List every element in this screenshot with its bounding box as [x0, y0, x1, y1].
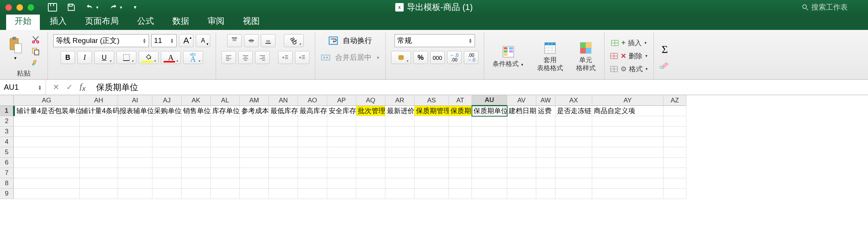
cell-AV4[interactable] — [507, 137, 536, 147]
cell-AH8[interactable] — [80, 178, 118, 189]
bold-button[interactable]: B — [61, 51, 75, 64]
cell-AN4[interactable] — [269, 137, 298, 147]
cell-AX2[interactable] — [555, 116, 592, 127]
cell-AM1[interactable]: 参考成本 — [240, 106, 269, 116]
tab-页面布局[interactable]: 页面布局 — [77, 12, 127, 30]
cell-AR8[interactable] — [385, 178, 414, 189]
cell-AM7[interactable] — [240, 168, 269, 178]
cell-AP8[interactable] — [327, 178, 356, 189]
cell-AG4[interactable] — [14, 137, 80, 147]
column-header-AK[interactable]: AK — [182, 95, 211, 106]
row-header-9[interactable]: 9 — [0, 189, 14, 199]
cell-AT6[interactable] — [449, 158, 472, 168]
cell-AU1[interactable]: 保质期单位 — [472, 106, 507, 116]
cell-AV3[interactable] — [507, 127, 536, 137]
cell-AG5[interactable] — [14, 147, 80, 158]
cell-AN6[interactable] — [269, 158, 298, 168]
cell-AX1[interactable]: 是否走冻链 — [555, 106, 592, 116]
cell-AT1[interactable]: 保质期 — [449, 106, 472, 116]
cell-AK1[interactable]: 销售单位 — [182, 106, 211, 116]
cell-AV8[interactable] — [507, 178, 536, 189]
cell-AP1[interactable]: 安全库存 — [327, 106, 356, 116]
cell-AU8[interactable] — [472, 178, 507, 189]
column-header-AX[interactable]: AX — [555, 95, 592, 106]
column-header-AT[interactable]: AT — [449, 95, 472, 106]
redo-button[interactable]: ▼ — [109, 3, 123, 12]
cell-AL6[interactable] — [211, 158, 240, 168]
font-name-combo[interactable]: 等线 Regular (正文)▲▼ — [53, 34, 149, 47]
cell-AZ3[interactable] — [663, 127, 686, 137]
cell-AK9[interactable] — [182, 189, 211, 199]
cell-AU6[interactable] — [472, 158, 507, 168]
cell-AQ3[interactable] — [356, 127, 385, 137]
decrease-decimal-button[interactable]: .00→.0 — [464, 51, 478, 64]
cell-AS9[interactable] — [414, 189, 449, 199]
cell-AR6[interactable] — [385, 158, 414, 168]
column-header-AJ[interactable]: AJ — [152, 95, 182, 106]
cell-AP2[interactable] — [327, 116, 356, 127]
cell-AH3[interactable] — [80, 127, 118, 137]
cell-AP7[interactable] — [327, 168, 356, 178]
cell-AS5[interactable] — [414, 147, 449, 158]
cell-AH7[interactable] — [80, 168, 118, 178]
cell-AW8[interactable] — [536, 178, 555, 189]
cell-AW2[interactable] — [536, 116, 555, 127]
cell-AH2[interactable] — [80, 116, 118, 127]
format-as-table-button[interactable]: 套用 表格格式 — [534, 40, 566, 74]
cell-AZ8[interactable] — [663, 178, 686, 189]
fx-icon[interactable]: fx — [80, 81, 85, 93]
column-header-AH[interactable]: AH — [80, 95, 118, 106]
cell-AG9[interactable] — [14, 189, 80, 199]
percent-button[interactable]: % — [413, 51, 428, 64]
cell-AK8[interactable] — [182, 178, 211, 189]
column-header-AM[interactable]: AM — [240, 95, 269, 106]
font-color-button[interactable]: A▼ — [161, 51, 181, 64]
cell-AN1[interactable]: 最低库存 — [269, 106, 298, 116]
cell-AJ1[interactable]: 采购单位 — [152, 106, 182, 116]
align-center-button[interactable] — [238, 51, 253, 64]
cell-AN9[interactable] — [269, 189, 298, 199]
cell-AU5[interactable] — [472, 147, 507, 158]
cell-AI7[interactable] — [118, 168, 152, 178]
cell-AH1[interactable]: 辅计量4条码 — [80, 106, 118, 116]
customize-qat-button[interactable]: ▼ — [133, 5, 138, 10]
cell-AU2[interactable] — [472, 116, 507, 127]
cell-AU3[interactable] — [472, 127, 507, 137]
cell-AI6[interactable] — [118, 158, 152, 168]
cell-AQ8[interactable] — [356, 178, 385, 189]
cell-AI3[interactable] — [118, 127, 152, 137]
currency-button[interactable]: ▼ — [391, 51, 411, 64]
cell-AI5[interactable] — [118, 147, 152, 158]
row-header-8[interactable]: 8 — [0, 178, 14, 189]
cell-AP3[interactable] — [327, 127, 356, 137]
column-header-AG[interactable]: AG — [14, 95, 80, 106]
align-bottom-button[interactable] — [261, 34, 275, 47]
cell-AT4[interactable] — [449, 137, 472, 147]
cell-AN8[interactable] — [269, 178, 298, 189]
wrap-text-button[interactable]: 自动换行 — [343, 36, 372, 46]
italic-button[interactable]: I — [77, 51, 92, 64]
cell-AX7[interactable] — [555, 168, 592, 178]
name-box[interactable]: AU1▲▼ — [0, 80, 46, 95]
enter-icon[interactable]: ✓ — [66, 82, 73, 92]
cell-AI4[interactable] — [118, 137, 152, 147]
row-header-5[interactable]: 5 — [0, 147, 14, 158]
column-header-AU[interactable]: AU — [472, 95, 507, 106]
column-header-AZ[interactable]: AZ — [663, 95, 686, 106]
row-header-6[interactable]: 6 — [0, 158, 14, 168]
cell-AQ6[interactable] — [356, 158, 385, 168]
cell-AL1[interactable]: 库存单位 — [211, 106, 240, 116]
cell-AK5[interactable] — [182, 147, 211, 158]
cell-AX3[interactable] — [555, 127, 592, 137]
undo-button[interactable]: ▼ — [85, 3, 99, 12]
cell-AX6[interactable] — [555, 158, 592, 168]
tab-审阅[interactable]: 审阅 — [199, 12, 233, 30]
cell-AP5[interactable] — [327, 147, 356, 158]
cell-AV5[interactable] — [507, 147, 536, 158]
cell-AM6[interactable] — [240, 158, 269, 168]
copy-button[interactable] — [29, 46, 42, 57]
cell-AS8[interactable] — [414, 178, 449, 189]
cell-AG6[interactable] — [14, 158, 80, 168]
column-header-AS[interactable]: AS — [414, 95, 449, 106]
cell-AT2[interactable] — [449, 116, 472, 127]
